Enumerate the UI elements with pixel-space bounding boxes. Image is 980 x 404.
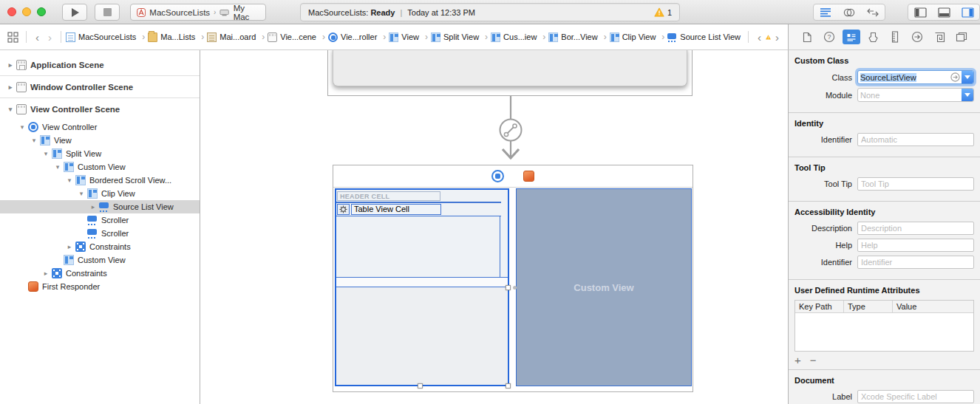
- window-scene-frame[interactable]: [327, 50, 693, 96]
- resize-handle-bottom[interactable]: [418, 383, 423, 388]
- disclosure-triangle-icon[interactable]: [41, 270, 51, 277]
- interface-builder-canvas[interactable]: HEADER CELL Table View Cell: [201, 50, 788, 404]
- jump-to-class-icon[interactable]: [950, 72, 960, 82]
- outline-row-split-view[interactable]: Split View: [0, 147, 200, 160]
- version-editor-button[interactable]: [861, 4, 885, 20]
- outline-row-custom-view-2[interactable]: Custom View: [0, 253, 200, 267]
- connections-inspector-tab[interactable]: [908, 30, 926, 44]
- disclosure-triangle-icon[interactable]: [52, 163, 63, 171]
- jumpbar-item-project[interactable]: MacSourceLists: [66, 32, 148, 42]
- view-controller-badge-icon[interactable]: [491, 170, 504, 182]
- disclosure-triangle-icon[interactable]: [41, 150, 51, 157]
- size-inspector-tab[interactable]: [886, 30, 904, 44]
- disclosure-triangle-icon[interactable]: [88, 203, 98, 210]
- table-view-cell-text[interactable]: Table View Cell: [351, 204, 441, 215]
- class-combo-box[interactable]: SourceListView: [857, 70, 974, 84]
- zoom-icon[interactable]: [37, 7, 46, 16]
- description-field[interactable]: [857, 222, 974, 235]
- outline-row-custom-view[interactable]: Custom View: [0, 160, 200, 174]
- jumpbar-item-view[interactable]: View: [389, 32, 431, 42]
- resize-handle-right[interactable]: [506, 285, 511, 290]
- outline-row-first-responder[interactable]: First Responder: [0, 280, 200, 293]
- issue-badge[interactable]: 1: [654, 7, 672, 17]
- jumpbar-item-custom-view[interactable]: Cus...iew: [491, 32, 548, 42]
- disclosure-triangle-icon[interactable]: [5, 61, 16, 69]
- custom-view-pane[interactable]: Custom View: [516, 188, 692, 386]
- table-view-cell-row[interactable]: Table View Cell: [336, 202, 501, 216]
- jumpbar-item-view-controller[interactable]: Vie...roller: [328, 32, 389, 42]
- accessibility-identifier-field[interactable]: [857, 256, 974, 269]
- document-label-field[interactable]: [857, 390, 974, 403]
- back-button[interactable]: ‹: [31, 32, 44, 43]
- jumpbar-item-split-view[interactable]: Split View: [431, 32, 491, 42]
- window-mock[interactable]: [333, 50, 687, 86]
- class-value: SourceListView: [858, 73, 950, 82]
- outline-row-scroller[interactable]: Scroller: [0, 213, 200, 227]
- jumpbar-item-scene[interactable]: Vie...cene: [268, 32, 328, 42]
- add-attribute-button[interactable]: +: [794, 356, 801, 365]
- segue-arrow[interactable]: [487, 96, 534, 167]
- related-items-button[interactable]: [4, 32, 21, 43]
- table-header-cell[interactable]: HEADER CELL: [337, 191, 440, 201]
- cell-image-well[interactable]: [337, 204, 350, 215]
- split-divider-gap[interactable]: [336, 278, 508, 287]
- identity-inspector-tab[interactable]: [843, 30, 860, 44]
- run-button[interactable]: [62, 4, 87, 21]
- jumpbar-item-clip-view[interactable]: Clip View: [610, 32, 668, 42]
- jumpbar-item-storyboard[interactable]: Mai...oard: [207, 32, 268, 42]
- assistant-editor-button[interactable]: [837, 4, 861, 20]
- debug-area-button[interactable]: [932, 4, 956, 20]
- outline-row-bordered-scroll-view[interactable]: Bordered Scroll View...: [0, 174, 200, 187]
- scheme-selector[interactable]: MacSourceLists › My Mac: [130, 4, 266, 21]
- outline-row-constraints-2[interactable]: Constraints: [0, 267, 200, 280]
- resize-handle-bottom-right[interactable]: [506, 383, 511, 388]
- first-responder-cube-icon[interactable]: [523, 171, 534, 182]
- runtime-attributes-table[interactable]: Key Path Type Value: [794, 300, 974, 352]
- source-list-view-selected[interactable]: HEADER CELL Table View Cell: [335, 188, 509, 386]
- quick-help-inspector-tab[interactable]: ?: [820, 30, 838, 44]
- jumpbar-item-group[interactable]: Ma...Lists: [148, 32, 207, 42]
- disclosure-triangle-icon[interactable]: [64, 177, 75, 184]
- disclosure-triangle-icon[interactable]: [5, 106, 16, 113]
- navigator-panel-button[interactable]: [908, 4, 932, 20]
- disclosure-triangle-icon[interactable]: [29, 137, 39, 144]
- constraints-icon: [52, 268, 62, 278]
- jumpbar-item-scroll-view[interactable]: Bor...View: [548, 32, 609, 42]
- disclosure-triangle-icon[interactable]: [17, 123, 27, 131]
- file-inspector-tab[interactable]: [798, 30, 816, 44]
- remove-attribute-button[interactable]: −: [810, 356, 817, 365]
- attributes-inspector-tab[interactable]: [865, 30, 882, 44]
- outline-row-clip-view[interactable]: Clip View: [0, 187, 200, 200]
- view-controller-canvas[interactable]: HEADER CELL Table View Cell: [333, 165, 693, 392]
- help-field[interactable]: [857, 239, 974, 252]
- outline-row-view[interactable]: View: [0, 134, 200, 147]
- minimize-icon[interactable]: [22, 7, 31, 16]
- disclosure-triangle-icon[interactable]: [5, 83, 16, 91]
- outline-row-view-controller-scene[interactable]: View Controller Scene: [0, 98, 200, 120]
- disclosure-triangle-icon[interactable]: [76, 190, 86, 197]
- tooltip-field[interactable]: [857, 177, 974, 191]
- standard-editor-button[interactable]: [814, 4, 837, 20]
- disclosure-triangle-icon[interactable]: [64, 243, 75, 250]
- module-dropdown-button[interactable]: [962, 89, 973, 101]
- stop-button[interactable]: [95, 4, 120, 21]
- close-icon[interactable]: [7, 7, 16, 16]
- previous-issue-button[interactable]: ‹: [753, 32, 766, 43]
- next-issue-button[interactable]: ›: [771, 32, 783, 43]
- outline-row-window-controller-scene[interactable]: Window Controller Scene: [0, 76, 200, 98]
- inspector-panel-button[interactable]: [956, 4, 979, 20]
- outline-row-scroller[interactable]: Scroller: [0, 227, 200, 240]
- bindings-inspector-tab[interactable]: [930, 30, 948, 44]
- module-combo-box[interactable]: None: [857, 88, 974, 102]
- identifier-field[interactable]: [857, 133, 974, 146]
- warning-icon[interactable]: [766, 32, 771, 42]
- outline-row-constraints[interactable]: Constraints: [0, 240, 200, 253]
- outline-row-source-list-view[interactable]: Source List View: [0, 200, 200, 213]
- class-dropdown-button[interactable]: [962, 71, 973, 83]
- source-list-lower-pane[interactable]: [336, 287, 508, 385]
- jumpbar-item-source-list-view[interactable]: Source List View: [667, 32, 743, 42]
- outline-row-view-controller[interactable]: View Controller: [0, 120, 200, 134]
- forward-button[interactable]: ›: [44, 32, 56, 43]
- outline-row-application-scene[interactable]: Application Scene: [0, 54, 200, 76]
- view-effects-inspector-tab[interactable]: [953, 30, 970, 44]
